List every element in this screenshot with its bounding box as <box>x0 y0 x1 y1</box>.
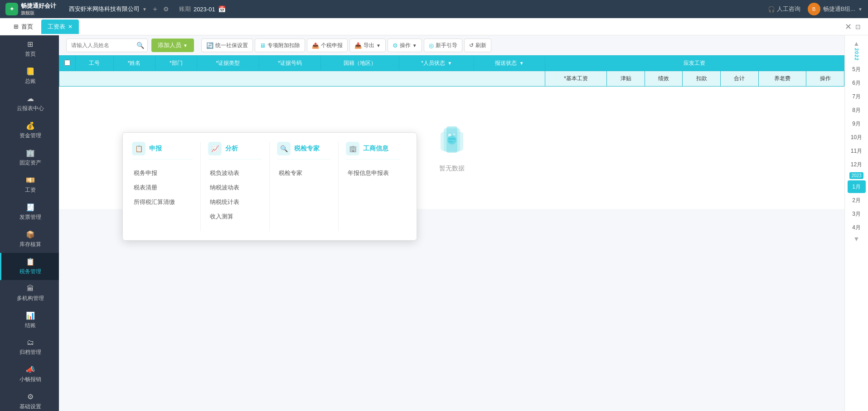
biz-info-section-icon: 🏢 <box>346 142 359 155</box>
sidebar-item-payroll[interactable]: 💴 工资 <box>0 171 59 198</box>
sidebar-item-ledger[interactable]: 📒 总账 <box>0 63 59 90</box>
tax-expert-section-icon: 🔍 <box>277 142 291 155</box>
sidebar-item-inventory[interactable]: 📦 库存核算 <box>0 226 59 253</box>
cal-month-7[interactable]: 7月 <box>848 90 866 103</box>
menu-item-tax-stats[interactable]: 纳税统计表 <box>208 195 262 209</box>
special-deduct-icon: 🖥 <box>260 42 266 49</box>
calendar-nav-down[interactable]: ▼ <box>850 234 863 243</box>
cal-month-9[interactable]: 9月 <box>848 117 866 130</box>
support-button[interactable]: 🎧 人工咨询 <box>768 5 800 13</box>
close-window-icon[interactable]: ✕ <box>845 22 852 32</box>
sidebar-ledger-label: 总账 <box>25 77 36 85</box>
sidebar-basic-label: 基础设置 <box>19 403 41 411</box>
special-deduct-button[interactable]: 🖥 专项附加扣除 <box>255 39 305 52</box>
sidebar-item-settle[interactable]: 📊 结账 <box>0 307 59 334</box>
select-all-checkbox[interactable] <box>64 60 70 66</box>
refresh-button[interactable]: ↺ 刷新 <box>464 39 491 52</box>
menu-section-declaration-header: 📋 申报 <box>132 142 193 160</box>
sidebar-archive-label: 归档管理 <box>19 348 41 356</box>
svg-point-3 <box>447 135 456 145</box>
archive-icon: 🗂 <box>27 338 34 347</box>
sidebar-item-xc[interactable]: 📣 小畅报销 <box>0 361 59 388</box>
logo-sub: 旗舰版 <box>21 10 56 16</box>
add-person-button[interactable]: 添加人员 ▼ <box>151 39 194 52</box>
operations-arrow-icon: ▼ <box>412 43 417 48</box>
add-company-icon[interactable]: ＋ <box>151 5 159 14</box>
tab-home[interactable]: ⊞ 首页 <box>7 19 39 34</box>
sidebar-item-home[interactable]: ⊞ 首页 <box>0 35 59 63</box>
export-button[interactable]: 📥 导出 ▼ <box>349 39 386 52</box>
th-name: *姓名 <box>113 56 155 71</box>
search-wrapper: 🔍 <box>66 39 148 52</box>
cal-month-3[interactable]: 3月 <box>848 208 866 220</box>
search-input[interactable] <box>66 39 148 52</box>
window-controls: ✕ ⊡ <box>845 22 861 32</box>
operations-icon: ⚙ <box>393 42 398 49</box>
calendar-nav-up[interactable]: ▲ <box>850 39 863 48</box>
operations-button[interactable]: ⚙ 操作 ▼ <box>388 39 422 52</box>
dropdown-menu: 📋 申报 税务申报 税表清册 所得税汇算清缴 📈 分析 税负波动表 纳税波动表 … <box>122 132 417 241</box>
period-label: 账期 <box>179 5 191 13</box>
home-icon: ⊞ <box>14 23 19 30</box>
dropdown-icon[interactable]: ▼ <box>142 7 147 12</box>
sidebar-item-tax[interactable]: 📋 税务管理 <box>0 253 59 280</box>
operations-label: 操作 <box>400 42 411 49</box>
social-insurance-icon: 🔄 <box>206 42 213 49</box>
cal-month-12[interactable]: 12月 <box>848 158 866 171</box>
content-area: 🔍 添加人员 ▼ 🔄 统一社保设置 🖥 专项附加扣除 📤 个税申报 <box>59 35 844 411</box>
sidebar-item-multi[interactable]: 🏛 多机构管理 <box>0 280 59 307</box>
sidebar-item-invoice[interactable]: 🧾 发票管理 <box>0 198 59 226</box>
sidebar-item-basic[interactable]: ⚙ 基础设置 <box>0 388 59 411</box>
restore-window-icon[interactable]: ⊡ <box>855 23 861 30</box>
report-filter-icon[interactable]: ▼ <box>519 61 524 66</box>
settings-icon[interactable]: ⚙ <box>163 5 169 13</box>
sidebar-item-archive[interactable]: 🗂 归档管理 <box>0 334 59 361</box>
tax-expert-title: 税检专家 <box>294 145 320 153</box>
th-report-status: 报送状态 ▼ <box>474 56 545 71</box>
cal-month-2[interactable]: 2月 <box>848 194 866 207</box>
menu-item-income-calc[interactable]: 收入测算 <box>208 209 262 224</box>
calendar-icon[interactable]: 📅 <box>218 5 226 13</box>
menu-item-tax-burden[interactable]: 税负波动表 <box>208 166 262 180</box>
declaration-title: 申报 <box>149 145 162 153</box>
sidebar-item-cloud[interactable]: ☁ 云报表中心 <box>0 90 59 117</box>
sidebar-item-fund[interactable]: 💰 资金管理 <box>0 117 59 144</box>
th-group-yifa: 应发工资 <box>545 56 844 71</box>
status-filter-icon[interactable]: ▼ <box>447 61 452 66</box>
menu-item-income-tax-calc[interactable]: 所得税汇算清缴 <box>132 195 193 209</box>
cal-month-6[interactable]: 6月 <box>848 77 866 89</box>
sidebar-xc-label: 小畅报销 <box>19 376 41 383</box>
menu-item-tax-declaration[interactable]: 税务申报 <box>132 166 193 180</box>
menu-section-tax-expert: 🔍 税检专家 税检专家 <box>270 142 339 231</box>
avatar: B <box>808 3 820 15</box>
right-calendar-panel: ▲ 2022 5月 6月 7月 8月 9月 10月 11月 12月 2023 1… <box>844 35 868 411</box>
cal-month-11[interactable]: 11月 <box>848 145 866 157</box>
tax-return-button[interactable]: 📤 个税申报 <box>307 39 348 52</box>
headset-icon: 🎧 <box>768 6 775 13</box>
menu-item-tax-form[interactable]: 税表清册 <box>132 180 193 195</box>
add-arrow-icon: ▼ <box>183 43 188 48</box>
guide-toolbar-icon: ◎ <box>429 42 434 49</box>
cal-month-4[interactable]: 4月 <box>848 221 866 234</box>
tab-payroll[interactable]: 工资表 ✕ <box>41 19 79 34</box>
user-chevron-icon: ▼ <box>858 7 863 12</box>
cal-month-10[interactable]: 10月 <box>848 131 866 144</box>
payroll-icon: 💴 <box>26 176 35 184</box>
sidebar-tax-label: 税务管理 <box>19 268 41 276</box>
user-badge[interactable]: B 畅捷通B组... ▼ <box>808 3 863 15</box>
sidebar-item-assets[interactable]: 🏢 固定资产 <box>0 144 59 171</box>
sidebar-multi-label: 多机构管理 <box>17 295 44 302</box>
th-sub-checkbox <box>59 71 545 87</box>
cal-month-1[interactable]: 1月 <box>848 180 866 193</box>
social-insurance-button[interactable]: 🔄 统一社保设置 <box>201 39 253 52</box>
guide-label: 新手引导 <box>436 42 457 49</box>
guide-button[interactable]: ◎ 新手引导 <box>424 39 462 52</box>
analysis-title: 分析 <box>225 145 238 153</box>
menu-item-tax-expert[interactable]: 税检专家 <box>277 166 331 180</box>
cal-month-8[interactable]: 8月 <box>848 104 866 116</box>
tab-close-icon[interactable]: ✕ <box>68 24 73 30</box>
menu-item-tax-payment[interactable]: 纳税波动表 <box>208 180 262 195</box>
cal-month-5[interactable]: 5月 <box>848 63 866 76</box>
menu-item-annual-report[interactable]: 年报信息申报表 <box>346 166 400 180</box>
menu-section-biz-info-header: 🏢 工商信息 <box>346 142 400 160</box>
